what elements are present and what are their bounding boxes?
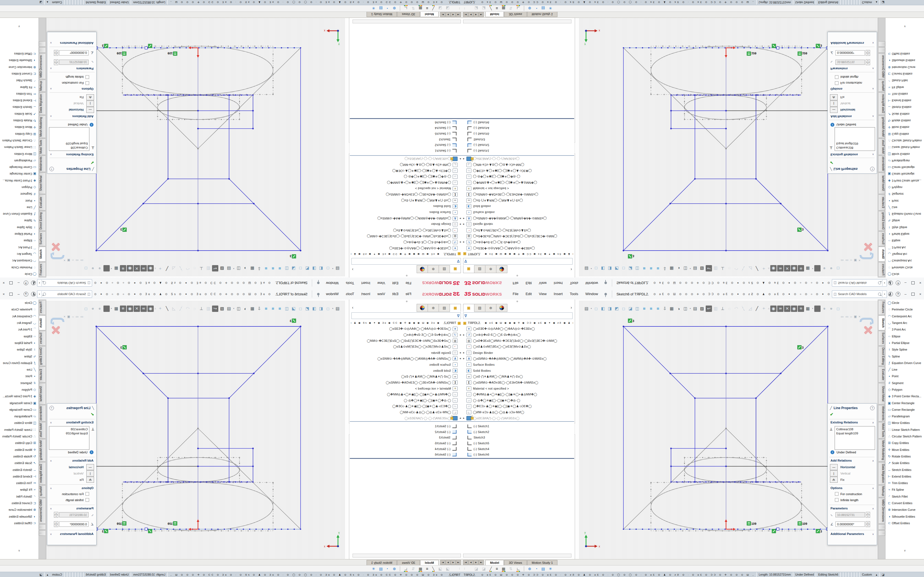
help-icon[interactable]: ? (870, 406, 874, 410)
ok-checkmark-icon[interactable]: ✔ (830, 160, 834, 165)
motion-toolbar-icon[interactable]: ▤ (379, 566, 383, 571)
tool-item[interactable]: ◠ Centerpoint Arc (0, 313, 39, 319)
existing-relations-header[interactable]: Existing Relations (66, 153, 94, 156)
expand-icon[interactable]: ▶ (457, 334, 461, 336)
commandmanager-tab[interactable]: Sheet Metal (39, 383, 45, 405)
view-tab[interactable]: Model (420, 11, 439, 17)
tab-configurationmanager[interactable]: ⊕ (485, 265, 496, 273)
additional-parameters-header[interactable]: Additional Parameters (830, 42, 864, 45)
tool-item[interactable]: ∿ Spline (0, 218, 39, 224)
add-relations-header[interactable]: Add Relations (830, 459, 852, 462)
menu-item[interactable]: File (509, 288, 522, 300)
tool-item[interactable]: ▣ Center Rectangle (885, 400, 924, 406)
tree-row[interactable]: ▱ ◯✤ИМ◎♟+◯✳◉[◯◦◯]◉✳◯+♟◎МИ✤◯ (350, 180, 462, 186)
tool-item[interactable]: ↔ Stretch Entities (0, 104, 39, 110)
tool-item[interactable]: ╱ Line (885, 204, 924, 211)
length-spinner[interactable]: ▲▼ (54, 60, 58, 65)
tool-item[interactable]: ∿ Spline (0, 353, 39, 359)
tool-item[interactable]: ↔ Stretch Entities (0, 466, 39, 473)
motion-toolbar-icon[interactable]: ≡ (496, 6, 498, 11)
existing-relations-header[interactable]: Existing Relations (830, 153, 858, 156)
tool-item[interactable]: ∴ Circular Sketch Pattern (885, 433, 924, 440)
commandmanager-tab[interactable]: Sketch (39, 247, 45, 261)
relation-item[interactable]: Equal length109 (836, 142, 873, 146)
tool-item[interactable]: # Segment (0, 191, 39, 197)
menu-item[interactable]: View (374, 288, 389, 300)
user-account-button[interactable] (30, 279, 37, 287)
rollback-bar[interactable] (350, 458, 462, 459)
angle-parameter-field[interactable]: 0.00000000° (835, 50, 865, 55)
sketch-row[interactable]: Sketch3 (350, 137, 462, 142)
motion-toolbar-icon[interactable]: ▦ (502, 6, 506, 11)
commandmanager-tab[interactable]: ⋮ (879, 41, 885, 47)
parameters-header[interactable]: Parameters (830, 67, 848, 70)
view-tab[interactable]: 3D Views (397, 11, 420, 17)
tab-featuremanager[interactable]: ▣ (450, 265, 461, 273)
motion-toolbar-icon[interactable]: ▤ (379, 6, 383, 11)
menu-item[interactable]: Tools (342, 288, 358, 300)
motion-toolbar-icon[interactable]: ⊕ (528, 6, 531, 11)
menu-item[interactable]: Insert (358, 277, 374, 288)
commandmanager-tab[interactable]: Surfaces (879, 231, 885, 246)
tab-displaymanager[interactable] (417, 265, 428, 273)
relations-listbox[interactable]: Collinear108 Equal length109 (835, 127, 875, 151)
tab-displaymanager[interactable] (496, 265, 507, 273)
tool-item[interactable]: ƒ Equation Driven Curve (0, 359, 39, 366)
commandmanager-tab[interactable]: Features (39, 300, 45, 315)
help-button[interactable]: ? (22, 290, 30, 298)
panel-splitter-dot[interactable] (517, 275, 518, 276)
commandmanager-tab[interactable]: Mesh Modeling (879, 115, 885, 138)
sketch-row[interactable]: Sketch3 (462, 435, 574, 440)
sketch-row[interactable]: (-) Sketch6 (462, 119, 574, 125)
commandmanager-tab[interactable]: ⋮ (39, 47, 45, 53)
motion-toolbar-icon[interactable]: ◔ (387, 566, 389, 571)
motion-toolbar-icon[interactable]: ⇅ (509, 566, 513, 571)
tab-configurationmanager[interactable]: ⊕ (428, 265, 439, 273)
tool-item[interactable]: ∴ Circular Sketch Pattern (0, 433, 39, 440)
ok-checkmark-icon[interactable]: ✔ (830, 412, 834, 417)
tree-row[interactable]: ▶ □ Design Binder (462, 221, 574, 227)
view-tab[interactable]: Motion Study 1 (527, 560, 558, 566)
search-icon[interactable] (878, 293, 881, 296)
tool-item[interactable]: ⌒ 3 Point Arc (0, 326, 39, 333)
tool-item[interactable]: ◜ Sketch Fillet (885, 493, 924, 500)
tool-item[interactable]: # Segment (885, 380, 924, 386)
length-parameter-field[interactable]: 10.88152731 (59, 512, 89, 517)
tree-filter-box[interactable]: ∇ (463, 258, 573, 264)
tool-item[interactable]: ◠ Centerpoint Arc (885, 313, 924, 319)
motion-toolbar-icon[interactable]: ∟ (517, 6, 520, 11)
tool-item[interactable]: ◌ Perimeter Circle (0, 264, 39, 271)
tree-filter-box[interactable]: ∇ (351, 258, 461, 264)
tree-row[interactable]: ▶ ↺ ◯ʌ⊛◎✤ƨƧ◦Ɛ◯◦◯Ɛ◦Ƨƨ✤◎⊛ʌ◯ (350, 239, 462, 245)
view-tab[interactable]: 3D Views (504, 11, 527, 17)
commandmanager-tab[interactable]: MBD Dimensions (39, 53, 45, 79)
commandmanager-tab[interactable]: Direct Editing (39, 211, 45, 231)
status-tag-icon[interactable]: ◪ (38, 572, 45, 577)
search-input[interactable]: Search CAD Models (838, 292, 877, 296)
commandmanager-tab[interactable]: Sketch (879, 247, 885, 261)
motion-toolbar-icon[interactable]: ⇅ (411, 6, 415, 11)
parameters-header[interactable]: Parameters (76, 67, 94, 70)
menu-item[interactable]: Window (322, 288, 342, 300)
tree-row[interactable]: ★ ◯ƨƧƎƐ✤◦⊙◎ɅΑΦ◯◦◯ΦΑɅ◎⊙◦✤ƐƎƧƨ◯ (350, 245, 462, 251)
tree-row[interactable]: ▱ ◯·◎✤◯✳◉[◯◦◯]◉✳◯✤◎·◯ (350, 174, 462, 180)
tool-item[interactable]: ◖ Partial Ellipse (0, 231, 39, 237)
motion-toolbar-icon[interactable]: ≡ (426, 566, 428, 571)
commandmanager-tab[interactable]: Sheet Metal (879, 172, 885, 194)
commandmanager-tab[interactable]: Mold Tools (39, 422, 45, 438)
commandmanager-tab[interactable]: ⋮ (879, 47, 885, 53)
tree-horizontal-scrollbar[interactable] (352, 19, 461, 23)
infinite-length-checkbox[interactable] (86, 75, 89, 79)
tool-item[interactable]: ≈ Fit Spline (885, 84, 924, 90)
status-tag-icon[interactable]: ◪ (879, 0, 886, 5)
tool-item[interactable]: ○ Ellipse (0, 237, 39, 244)
length-spinner[interactable]: ▲▼ (54, 512, 58, 517)
more-tools-chevron[interactable]: ∨ (0, 550, 39, 551)
tool-item[interactable]: ◯ Circle (0, 271, 39, 277)
tool-item[interactable]: ✂ Trim Entities (885, 480, 924, 486)
help-icon[interactable]: ? (50, 406, 54, 410)
tab-nav-button[interactable]: ◀ (451, 12, 456, 17)
motion-toolbar-icon[interactable]: ✳ (372, 6, 375, 11)
sketch-row[interactable]: (-) Sketch5 (350, 131, 462, 137)
units-dropdown-arrow[interactable]: ▴ (876, 0, 877, 5)
